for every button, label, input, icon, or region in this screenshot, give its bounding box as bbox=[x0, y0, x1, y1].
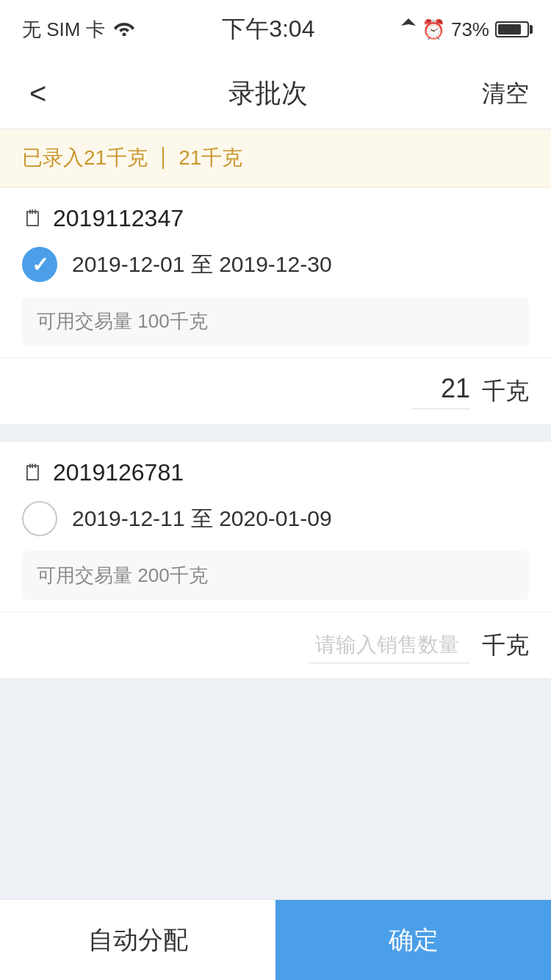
auto-distribute-button[interactable]: 自动分配 bbox=[0, 900, 276, 980]
batch-id-2: 2019126781 bbox=[53, 459, 184, 486]
quantity-unit-1: 千克 bbox=[482, 375, 529, 408]
quantity-unit-2: 千克 bbox=[482, 630, 529, 662]
batch-date-2: 2019-12-11 至 2020-01-09 bbox=[72, 504, 332, 534]
quantity-input-2[interactable] bbox=[309, 627, 470, 663]
battery-label: 73% bbox=[451, 18, 489, 41]
bottom-bar: 自动分配 确定 bbox=[0, 899, 551, 980]
total-label: 21千克 bbox=[179, 144, 242, 172]
quantity-row-2: 千克 bbox=[0, 612, 551, 678]
check-icon-1: ✓ bbox=[32, 253, 48, 277]
status-bar: 无 SIM 卡 下午3:04 ⏰ 73% bbox=[0, 0, 551, 59]
batch-row-1[interactable]: ✓ 2019-12-01 至 2019-12-30 bbox=[0, 239, 551, 289]
svg-point-0 bbox=[122, 32, 126, 36]
page-title: 录批次 bbox=[228, 76, 308, 112]
info-divider bbox=[162, 147, 164, 169]
battery-icon bbox=[495, 21, 529, 37]
status-left: 无 SIM 卡 bbox=[22, 17, 136, 43]
separator-1 bbox=[0, 424, 551, 442]
batch-header-2: 🗒 2019126781 bbox=[0, 442, 551, 494]
batch-item-1: 🗒 2019112347 ✓ 2019-12-01 至 2019-12-30 可… bbox=[0, 187, 551, 424]
content-area: 已录入21千克 21千克 🗒 2019112347 ✓ 2019-12-01 至… bbox=[0, 129, 551, 980]
back-button[interactable]: < bbox=[22, 70, 54, 118]
batch-date-1: 2019-12-01 至 2019-12-30 bbox=[72, 250, 332, 280]
carrier-label: 无 SIM 卡 bbox=[22, 17, 105, 43]
wifi-icon bbox=[112, 18, 136, 41]
info-banner: 已录入21千克 21千克 bbox=[0, 129, 551, 187]
radio-2[interactable] bbox=[22, 501, 57, 536]
status-right: ⏰ 73% bbox=[401, 18, 529, 41]
quantity-row-1: 21 千克 bbox=[0, 358, 551, 424]
recorded-label: 已录入21千克 bbox=[22, 144, 148, 172]
confirm-button[interactable]: 确定 bbox=[276, 900, 551, 980]
batch-item-2: 🗒 2019126781 2019-12-11 至 2020-01-09 可用交… bbox=[0, 442, 551, 678]
batch-stock-2: 可用交易量 200千克 bbox=[22, 551, 529, 600]
batch-id-1: 2019112347 bbox=[53, 205, 184, 232]
clear-button[interactable]: 清空 bbox=[482, 78, 529, 110]
time-label: 下午3:04 bbox=[222, 13, 314, 46]
alarm-icon: ⏰ bbox=[422, 18, 445, 41]
location-icon bbox=[401, 18, 416, 41]
batch-icon-1: 🗒 bbox=[22, 206, 44, 231]
radio-1[interactable]: ✓ bbox=[22, 247, 57, 282]
batch-stock-1: 可用交易量 100千克 bbox=[22, 297, 529, 346]
batch-row-2[interactable]: 2019-12-11 至 2020-01-09 bbox=[0, 494, 551, 544]
batch-icon-2: 🗒 bbox=[22, 461, 44, 486]
batch-header-1: 🗒 2019112347 bbox=[0, 187, 551, 239]
nav-bar: < 录批次 清空 bbox=[0, 59, 551, 129]
quantity-value-1: 21 bbox=[411, 373, 470, 409]
